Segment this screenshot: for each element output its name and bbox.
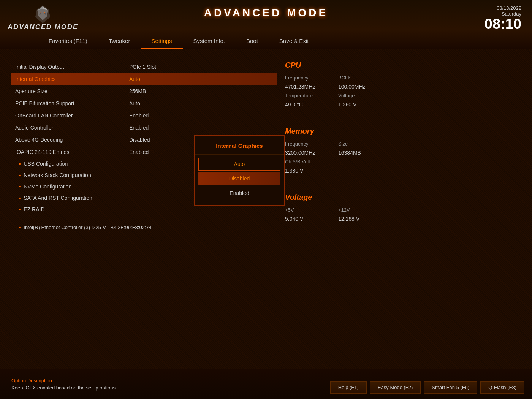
nav-boot[interactable]: Boot <box>236 34 269 49</box>
voltage-section: Voltage +5V +12V 5.040 V 12.168 V <box>285 193 391 222</box>
cpu-freq-value: 4701.28MHz <box>285 84 338 90</box>
cpu-freq-label: Frequency <box>285 75 338 81</box>
cpu-title: CPU <box>285 61 391 70</box>
dropdown-option-auto[interactable]: Auto <box>198 158 280 171</box>
bottom-buttons: Help (F1) Easy Mode (F2) Smart Fan 5 (F6… <box>330 381 524 394</box>
header-datetime: 08/13/2022 Saturday 08:10 <box>484 5 521 31</box>
setting-row-pcie-bifurcation[interactable]: PCIE Bifurcation Support Auto <box>11 97 277 109</box>
setting-row-aperture[interactable]: Aperture Size 256MB <box>11 85 277 97</box>
setting-row-internal-graphics[interactable]: Internal Graphics Auto <box>11 73 277 85</box>
mem-size-value: 16384MB <box>338 150 391 156</box>
easy-mode-button[interactable]: Easy Mode (F2) <box>370 381 421 394</box>
header-date: 08/13/2022 <box>484 5 521 11</box>
header-time: 08:10 <box>484 16 521 32</box>
setting-value-internal-graphics: Auto <box>129 76 274 82</box>
help-button[interactable]: Help (F1) <box>330 381 367 394</box>
cpu-volt-value: 1.260 V <box>338 101 391 108</box>
mem-size-label: Size <box>338 141 391 147</box>
setting-label-aperture: Aperture Size <box>15 88 129 94</box>
title-text: ADVANCED MODE <box>204 7 328 19</box>
logo: ADVANCED MODE <box>8 4 78 31</box>
cpu-volt-label: Voltage <box>338 93 391 98</box>
nav-bar: Favorites (F11) Tweaker Settings System … <box>38 34 319 49</box>
dropdown-option-enabled[interactable]: Enabled <box>198 187 280 200</box>
setting-value-initial-display: PCIe 1 Slot <box>129 64 274 70</box>
memory-grid: Frequency Size 3200.00MHz 16384MB Ch A/B… <box>285 141 391 174</box>
header-title: ADVANCED MODE <box>204 7 328 19</box>
memory-title: Memory <box>285 127 391 136</box>
nav-settings[interactable]: Settings <box>141 34 182 49</box>
header: ADVANCED MODE ADVANCED MODE 08/13/2022 S… <box>0 0 532 49</box>
setting-value-audio: Enabled <box>129 125 274 131</box>
nav-save-exit[interactable]: Save & Exit <box>269 34 320 49</box>
cpu-divider <box>285 119 391 119</box>
cpu-bclk-value: 100.00MHz <box>338 84 391 90</box>
mem-chvolt-value: 1.380 V <box>285 168 338 174</box>
v5-label: +5V <box>285 207 338 213</box>
mem-freq-value: 3200.00MHz <box>285 150 338 156</box>
setting-label-lan: OnBoard LAN Controller <box>15 112 129 119</box>
bullet-usb-icon: ▪ <box>19 161 21 166</box>
cpu-bclk-label: BCLK <box>338 75 391 81</box>
setting-value-lan: Enabled <box>129 112 274 119</box>
right-panel: CPU Frequency BCLK 4701.28MHz 100.00MHz … <box>285 57 391 361</box>
sub-label-nvme: NVMe Configuration <box>24 184 71 190</box>
nav-sysinfo[interactable]: System Info. <box>183 34 236 49</box>
cpu-grid: Frequency BCLK 4701.28MHz 100.00MHz Temp… <box>285 75 391 108</box>
setting-label-initial-display: Initial Display Output <box>15 64 129 70</box>
dropdown-overlay[interactable]: Internal Graphics Auto Disabled Enabled <box>194 135 285 206</box>
svg-point-7 <box>44 12 45 13</box>
sub-label-usb: USB Configuration <box>24 161 68 167</box>
main-content: Initial Display Output PCIe 1 Slot Inter… <box>0 49 532 369</box>
memory-divider <box>285 185 391 185</box>
sub-label-ezraid: EZ RAID <box>24 206 44 212</box>
setting-label-above4g: Above 4G Decoding <box>15 137 129 143</box>
bullet-ezraid-icon: ▪ <box>19 207 21 212</box>
setting-label-audio: Audio Controller <box>15 125 129 131</box>
nav-favorites[interactable]: Favorites (F11) <box>38 34 98 49</box>
logo-wolf-icon <box>32 4 53 25</box>
cpu-temp-label: Temperature <box>285 93 338 98</box>
setting-label-ioapic: IOAPIC 24-119 Entries <box>15 149 129 155</box>
bullet-ethernet-icon: ▪ <box>19 225 21 230</box>
voltage-title: Voltage <box>285 193 391 202</box>
setting-value-pcie-bifurcation: Auto <box>129 100 274 106</box>
memory-section: Memory Frequency Size 3200.00MHz 16384MB… <box>285 127 391 174</box>
mem-chvolt-label: Ch A/B Volt <box>285 159 338 165</box>
bottom-bar: Option Description Keep IGFX enabled bas… <box>0 369 532 399</box>
ethernet-item: ▪ Intel(R) Ethernet Controller (3) I225-… <box>11 222 277 233</box>
v12-value: 12.168 V <box>338 216 391 222</box>
svg-point-6 <box>41 12 42 13</box>
main-divider <box>15 218 274 218</box>
dropdown-title: Internal Graphics <box>195 139 284 155</box>
logo-text: ADVANCED MODE <box>8 23 78 31</box>
qflash-button[interactable]: Q-Flash (F8) <box>480 381 524 394</box>
sub-label-network: Network Stack Configuration <box>24 172 91 178</box>
sub-label-sata: SATA And RST Configuration <box>24 195 92 201</box>
ethernet-label: Intel(R) Ethernet Controller (3) I225-V … <box>24 225 152 230</box>
setting-value-aperture: 256MB <box>129 88 274 94</box>
mem-freq-label: Frequency <box>285 141 338 147</box>
nav-tweaker[interactable]: Tweaker <box>98 34 141 49</box>
bullet-nvme-icon: ▪ <box>19 184 21 189</box>
setting-label-pcie-bifurcation: PCIE Bifurcation Support <box>15 100 129 106</box>
smart-fan-button[interactable]: Smart Fan 5 (F6) <box>424 381 477 394</box>
v12-label: +12V <box>338 207 391 213</box>
v5-value: 5.040 V <box>285 216 338 222</box>
setting-label-internal-graphics: Internal Graphics <box>15 76 129 82</box>
left-panel: Initial Display Output PCIe 1 Slot Inter… <box>11 57 277 361</box>
date-value: 08/13/2022 <box>497 5 521 11</box>
bullet-sata-icon: ▪ <box>19 195 21 201</box>
voltage-grid: +5V +12V 5.040 V 12.168 V <box>285 207 391 222</box>
bullet-network-icon: ▪ <box>19 173 21 178</box>
setting-row-initial-display[interactable]: Initial Display Output PCIe 1 Slot <box>11 61 277 73</box>
cpu-temp-value: 49.0 °C <box>285 101 338 108</box>
setting-row-lan[interactable]: OnBoard LAN Controller Enabled <box>11 109 277 122</box>
cpu-section: CPU Frequency BCLK 4701.28MHz 100.00MHz … <box>285 61 391 108</box>
setting-row-audio[interactable]: Audio Controller Enabled <box>11 122 277 134</box>
dropdown-option-disabled[interactable]: Disabled <box>198 172 280 185</box>
